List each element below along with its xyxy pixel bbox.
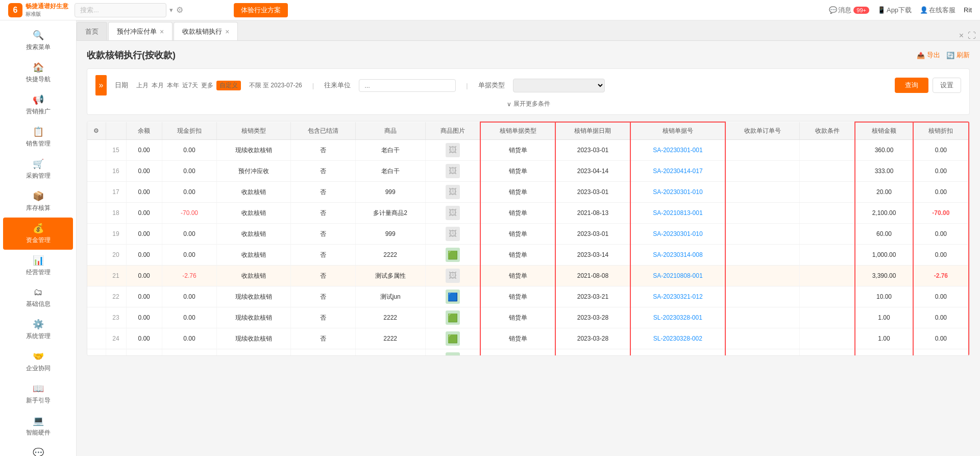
row-cash-discount: 0.00 bbox=[162, 286, 217, 307]
sidebar-item-cooperation[interactable]: 🤝 企业协同 bbox=[0, 346, 76, 378]
row-offset-type: 预付冲应收 bbox=[217, 161, 291, 182]
sidebar-item-inventory[interactable]: 📦 库存核算 bbox=[0, 185, 76, 218]
date-custom[interactable]: 自定义 bbox=[216, 81, 241, 90]
sidebar-item-wechat[interactable]: 💬 企业微信 bbox=[0, 442, 76, 456]
expand-more-button[interactable]: ∨ 展开更多条件 bbox=[507, 100, 550, 108]
sidebar-item-operation[interactable]: 📊 经营管理 bbox=[0, 250, 76, 282]
row-offset-bill-no[interactable]: SL-20230328-001 bbox=[630, 307, 725, 328]
row-goods: 老白干 bbox=[355, 140, 425, 161]
tab-bar: 首页 预付冲应付单 × 收款核销执行 × × ⛶ bbox=[77, 20, 980, 41]
row-included-closed: 否 bbox=[291, 224, 355, 245]
row-goods: 2222 bbox=[355, 328, 425, 349]
message-badge: 99+ bbox=[853, 7, 869, 14]
row-offset-bill-date: 2023-03-28 bbox=[555, 307, 630, 328]
search-icon: 🔍 bbox=[33, 30, 44, 41]
query-button[interactable]: 查询 bbox=[895, 78, 928, 93]
row-offset-bill-date: 2023-03-21 bbox=[555, 286, 630, 307]
row-goods-img: 🟩 bbox=[425, 245, 480, 266]
message-area[interactable]: 💬 消息 99+ bbox=[829, 6, 869, 15]
tab-close-all-icon[interactable]: × bbox=[959, 31, 964, 40]
industry-solution-button[interactable]: 体验行业方案 bbox=[234, 3, 288, 17]
row-cash-discount: 0.00 bbox=[162, 140, 217, 161]
sidebar-item-hardware[interactable]: 💻 智能硬件 bbox=[0, 410, 76, 442]
row-offset-bill-no[interactable]: SA-20230301-001 bbox=[630, 140, 725, 161]
settings-icon[interactable]: ⚙ bbox=[176, 5, 183, 15]
row-balance: 0.00 bbox=[126, 245, 162, 266]
date-prev-month[interactable]: 上月 bbox=[136, 81, 149, 90]
tab-home[interactable]: 首页 bbox=[77, 22, 107, 40]
tab-expand-icon[interactable]: ⛶ bbox=[968, 31, 976, 40]
tab-prepay[interactable]: 预付冲应付单 × bbox=[108, 22, 173, 40]
sidebar-item-purchase[interactable]: 🛒 采购管理 bbox=[0, 153, 76, 185]
col-gear[interactable]: ⚙ bbox=[87, 122, 106, 140]
system-icon: ⚙️ bbox=[33, 319, 44, 330]
row-checkbox[interactable] bbox=[87, 349, 106, 356]
row-checkbox[interactable] bbox=[87, 182, 106, 203]
online-service-link[interactable]: 👤 在线客服 bbox=[920, 6, 955, 15]
data-table: ⚙ 余额 现金折扣 核销类型 包含已结清 商品 商品图片 核销单据类型 核销单据… bbox=[87, 122, 969, 356]
row-offset-bill-no[interactable]: SA-20230301-010 bbox=[630, 224, 725, 245]
row-offset-bill-no[interactable]: SA-20210808-001 bbox=[630, 266, 725, 286]
row-offset-bill-no[interactable]: SA-20230414-017 bbox=[630, 161, 725, 182]
date-7days[interactable]: 近7天 bbox=[182, 81, 198, 90]
date-current-month[interactable]: 本月 bbox=[152, 81, 164, 90]
row-offset-bill-no[interactable]: SA-20230331-026 bbox=[630, 349, 725, 356]
row-offset-bill-no[interactable]: SA-20230301-010 bbox=[630, 182, 725, 203]
app-logo: 6 畅捷通谱好生意 标准版 bbox=[8, 2, 68, 18]
row-goods-img: 🟦 bbox=[425, 286, 480, 307]
tab-receipt-offset[interactable]: 收款核销执行 × bbox=[174, 22, 238, 40]
row-checkbox[interactable] bbox=[87, 328, 106, 349]
sidebar-item-search[interactable]: 🔍 搜索菜单 bbox=[0, 25, 76, 57]
sidebar-item-quick-nav[interactable]: 🏠 快捷导航 bbox=[0, 57, 76, 89]
setting-button[interactable]: 设置 bbox=[933, 78, 961, 93]
main-content: 首页 预付冲应付单 × 收款核销执行 × × ⛶ 收款核销执行(按收款) bbox=[77, 20, 980, 456]
export-button[interactable]: 📤 导出 bbox=[917, 51, 940, 60]
sidebar-label-hardware: 智能硬件 bbox=[26, 428, 51, 437]
top-bar: 6 畅捷通谱好生意 标准版 搜索... ▾ ⚙ 体验行业方案 💬 消息 99+ … bbox=[0, 0, 980, 20]
col-offset-type: 核销类型 bbox=[217, 122, 291, 140]
dropdown-icon[interactable]: ▾ bbox=[169, 6, 173, 14]
date-current-year[interactable]: 本年 bbox=[167, 81, 179, 90]
partner-input[interactable] bbox=[359, 79, 456, 92]
filter-collapse-button[interactable]: » bbox=[95, 75, 107, 95]
row-seq: 23 bbox=[106, 307, 126, 328]
row-receipt-order-no bbox=[725, 245, 800, 266]
refresh-button[interactable]: 🔄 刷新 bbox=[946, 51, 970, 60]
row-checkbox[interactable] bbox=[87, 203, 106, 224]
row-checkbox[interactable] bbox=[87, 266, 106, 286]
row-checkbox[interactable] bbox=[87, 161, 106, 182]
row-offset-amount: 10.00 bbox=[855, 286, 913, 307]
user-name[interactable]: Rit bbox=[964, 6, 972, 14]
row-seq: 16 bbox=[106, 161, 126, 182]
row-cash-discount: 0.00 bbox=[162, 182, 217, 203]
sidebar-item-sales[interactable]: 📋 销售管理 bbox=[0, 121, 76, 153]
row-offset-bill-no[interactable]: SL-20230328-002 bbox=[630, 328, 725, 349]
row-checkbox[interactable] bbox=[87, 245, 106, 266]
row-checkbox[interactable] bbox=[87, 140, 106, 161]
sidebar-item-guide[interactable]: 📖 新手引导 bbox=[0, 378, 76, 410]
sidebar-item-system[interactable]: ⚙️ 系统管理 bbox=[0, 314, 76, 346]
service-icon: 👤 bbox=[920, 6, 928, 14]
row-seq: 24 bbox=[106, 328, 126, 349]
sidebar-item-marketing[interactable]: 📢 营销推广 bbox=[0, 89, 76, 121]
sidebar-item-finance[interactable]: 💰 资金管理 bbox=[3, 218, 73, 250]
row-receipt-condition bbox=[800, 307, 855, 328]
tab-prepay-close[interactable]: × bbox=[160, 28, 164, 36]
cooperation-icon: 🤝 bbox=[33, 351, 44, 362]
search-area[interactable]: 搜索... bbox=[75, 3, 166, 17]
date-more[interactable]: 更多 bbox=[201, 81, 213, 90]
sidebar-label-purchase: 采购管理 bbox=[26, 172, 51, 180]
voucher-type-select[interactable] bbox=[513, 79, 605, 92]
row-offset-amount: 1.00 bbox=[855, 328, 913, 349]
row-offset-bill-no[interactable]: SA-20230321-012 bbox=[630, 286, 725, 307]
row-offset-amount: 1.00 bbox=[855, 307, 913, 328]
app-download-link[interactable]: 📱 App下载 bbox=[877, 6, 912, 15]
sidebar-item-basic[interactable]: 🗂 基础信息 bbox=[0, 282, 76, 314]
tab-receipt-offset-close[interactable]: × bbox=[225, 28, 229, 36]
row-offset-bill-no[interactable]: SA-20230314-008 bbox=[630, 245, 725, 266]
row-checkbox[interactable] bbox=[87, 307, 106, 328]
sidebar-label-quick-nav: 快捷导航 bbox=[26, 75, 51, 84]
row-checkbox[interactable] bbox=[87, 224, 106, 245]
row-checkbox[interactable] bbox=[87, 286, 106, 307]
row-offset-bill-no[interactable]: SA-20210813-001 bbox=[630, 203, 725, 224]
